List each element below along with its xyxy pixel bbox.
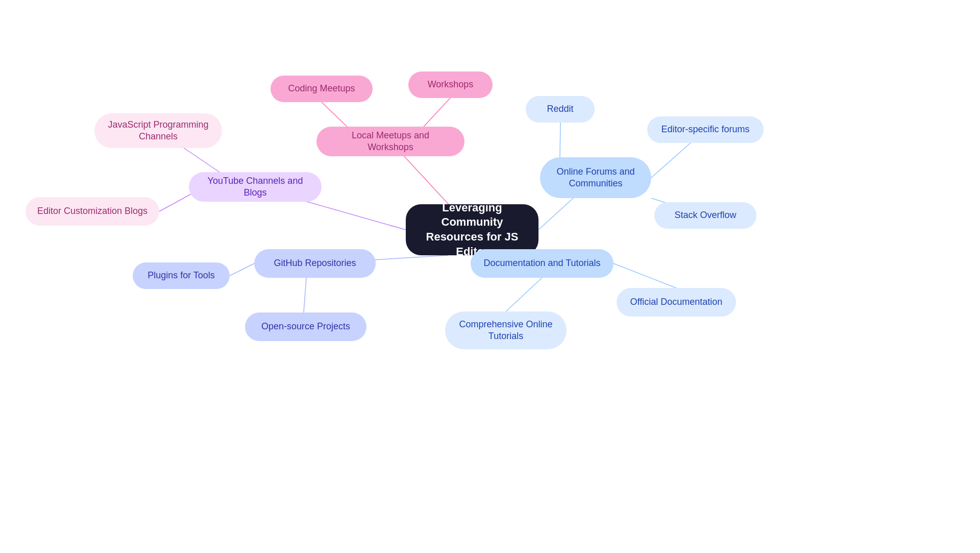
node-editor-blogs[interactable]: Editor Customization Blogs — [26, 197, 159, 226]
svg-line-15 — [506, 278, 542, 311]
node-editor-forums[interactable]: Editor-specific forums — [647, 116, 764, 143]
node-doc-tutorials[interactable]: Documentation and Tutorials — [471, 249, 614, 278]
svg-line-1 — [322, 102, 347, 127]
node-plugins-tools[interactable]: Plugins for Tools — [133, 262, 230, 289]
node-opensource[interactable]: Open-source Projects — [245, 312, 366, 341]
node-js-channels[interactable]: JavaScript ProgrammingChannels — [94, 113, 222, 148]
svg-line-7 — [560, 123, 560, 157]
svg-line-2 — [424, 98, 450, 127]
node-reddit[interactable]: Reddit — [526, 96, 595, 123]
center-node[interactable]: Leveraging Community Resources for JS Ed… — [406, 204, 538, 255]
svg-line-12 — [304, 278, 306, 312]
node-local-meetups[interactable]: Local Meetups and Workshops — [316, 127, 464, 156]
svg-line-11 — [230, 263, 254, 276]
node-github-repos[interactable]: GitHub Repositories — [254, 249, 376, 278]
node-online-tutorials[interactable]: Comprehensive OnlineTutorials — [445, 311, 567, 349]
mindmap-canvas: Leveraging Community Resources for JS Ed… — [0, 0, 980, 553]
node-stack-overflow[interactable]: Stack Overflow — [654, 202, 756, 229]
node-online-forums[interactable]: Online Forums andCommunities — [540, 157, 651, 198]
svg-line-14 — [614, 263, 676, 288]
node-youtube-channels[interactable]: YouTube Channels and Blogs — [189, 172, 322, 202]
node-official-docs[interactable]: Official Documentation — [617, 288, 736, 317]
node-workshops[interactable]: Workshops — [408, 71, 493, 98]
node-coding-meetups[interactable]: Coding Meetups — [271, 76, 373, 102]
